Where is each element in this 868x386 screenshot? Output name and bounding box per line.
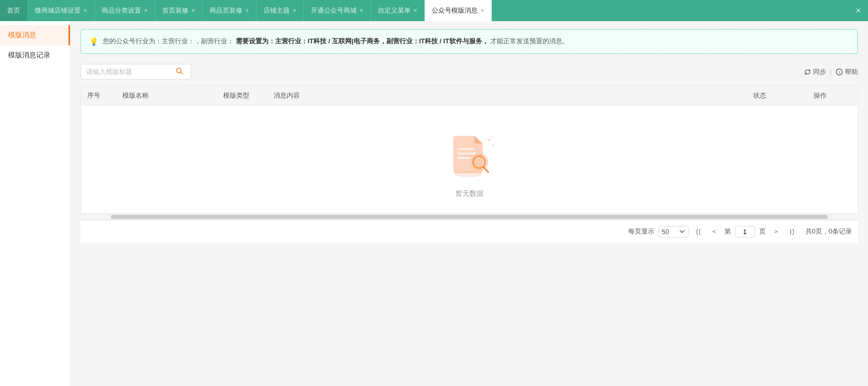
notice-prefix: 您的公众号行业为：主营行业：，副营行业： — [103, 37, 234, 45]
close-theme-icon[interactable]: × — [293, 7, 296, 14]
close-weishop-icon[interactable]: × — [84, 7, 87, 14]
main-layout: 模版消息 模版消息记录 💡 您的公众号行业为：主营行业：，副营行业： 需要设置为… — [0, 21, 868, 386]
nav-tab-weishop-label: 微商城店铺设置 — [35, 6, 81, 15]
sync-button[interactable]: 同步 — [804, 67, 826, 76]
close-homepage-icon[interactable]: × — [191, 7, 195, 14]
search-button[interactable] — [172, 64, 187, 79]
help-button[interactable]: ? 帮助 — [836, 67, 858, 76]
svg-line-1 — [181, 72, 183, 74]
prev-page-button[interactable]: ＜ — [708, 225, 720, 238]
close-product-icon[interactable]: × — [245, 7, 249, 14]
sync-label: 同步 — [813, 67, 826, 76]
per-page-label: 每页显示 — [628, 227, 654, 236]
svg-point-13 — [491, 136, 492, 138]
top-nav: 首页 微商城店铺设置 × 商品分类设置 × 首页装修 × 商品页装修 × 店铺主… — [0, 0, 868, 21]
sidebar-item-template-msg[interactable]: 模版消息 — [0, 25, 70, 45]
page-size-value: 50 — [662, 228, 669, 236]
col-header-index: 序号 — [81, 86, 116, 106]
nav-tab-category[interactable]: 商品分类设置 × — [95, 0, 155, 21]
table-header-row: 序号 模版名称 模版类型 消息内容 状态 操作 — [81, 86, 858, 106]
nav-tab-product-label: 商品页装修 — [210, 6, 242, 15]
next-page-button[interactable]: ＞ — [770, 225, 782, 238]
nav-tab-category-label: 商品分类设置 — [102, 6, 141, 15]
col-header-action: 操作 — [808, 86, 858, 106]
empty-text: 暂无数据 — [81, 189, 857, 198]
data-table: 序号 模版名称 模版类型 消息内容 状态 操作 — [81, 86, 858, 214]
horizontal-scrollbar[interactable] — [81, 214, 858, 220]
nav-tab-wechat-shop-label: 开通公众号商城 — [311, 6, 357, 15]
nav-tab-home[interactable]: 首页 — [0, 0, 28, 21]
nav-tab-product[interactable]: 商品页装修 × — [203, 0, 256, 21]
nav-tab-theme-label: 店铺主题 — [263, 6, 290, 15]
search-input[interactable] — [81, 65, 172, 79]
close-custom-menu-icon[interactable]: × — [414, 7, 417, 14]
svg-point-11 — [487, 139, 490, 141]
col-header-content: 消息内容 — [268, 86, 747, 106]
bulb-icon: 💡 — [89, 37, 99, 46]
first-page-button[interactable]: ⟨⟨ — [693, 226, 704, 237]
nav-tab-template-msg[interactable]: 公众号模版消息 × — [425, 0, 492, 21]
page-label-before: 第 — [724, 227, 731, 236]
close-wechat-shop-icon[interactable]: × — [360, 7, 363, 14]
notice-box: 💡 您的公众号行业为：主营行业：，副营行业： 需要设置为：主营行业：IT科技 /… — [81, 29, 858, 54]
page-number-input[interactable] — [735, 226, 755, 238]
nav-tab-homepage[interactable]: 首页装修 × — [155, 0, 203, 21]
nav-tab-custom-menu-label: 自定义菜单 — [378, 6, 411, 15]
close-template-msg-icon[interactable]: × — [481, 7, 484, 14]
notice-suffix: 才能正常发送预置的消息。 — [490, 37, 569, 45]
toolbar: 同步 | ? 帮助 — [81, 64, 858, 80]
sidebar-item-template-msg-log[interactable]: 模版消息记录 — [0, 45, 70, 65]
nav-tab-template-msg-label: 公众号模版消息 — [432, 6, 478, 15]
nav-tab-custom-menu[interactable]: 自定义菜单 × — [371, 0, 425, 21]
help-icon: ? — [836, 68, 843, 75]
content-area: 💡 您的公众号行业为：主营行业：，副营行业： 需要设置为：主营行业：IT科技 /… — [71, 21, 868, 386]
last-page-button[interactable]: ⟩⟩ — [786, 226, 797, 237]
page-size-select[interactable]: 50 — [658, 226, 689, 238]
page-summary: 共0页，0条记录 — [806, 227, 852, 236]
col-header-type: 模版类型 — [217, 86, 268, 106]
nav-tab-wechat-shop[interactable]: 开通公众号商城 × — [304, 0, 371, 21]
toolbar-divider: | — [830, 68, 832, 75]
pagination: 每页显示 50 ⟨⟨ ＜ 第 页 ＞ ⟩⟩ 共0页，0条记录 — [81, 220, 858, 243]
search-box — [81, 64, 191, 80]
svg-text:?: ? — [838, 70, 841, 74]
nav-tab-theme[interactable]: 店铺主题 × — [256, 0, 304, 21]
toolbar-right: 同步 | ? 帮助 — [804, 67, 858, 76]
close-category-icon[interactable]: × — [144, 7, 148, 14]
help-label: 帮助 — [845, 67, 858, 76]
notice-text: 您的公众号行业为：主营行业：，副营行业： 需要设置为：主营行业：IT科技 / 互… — [103, 37, 569, 46]
empty-state: 暂无数据 — [81, 106, 857, 213]
scrollbar-thumb[interactable] — [111, 215, 828, 219]
empty-row: 暂无数据 — [81, 106, 858, 214]
nav-tab-home-label: 首页 — [7, 6, 20, 15]
col-header-status: 状态 — [747, 86, 808, 106]
table-body: 暂无数据 — [81, 106, 858, 214]
close-all-tabs-button[interactable]: × — [848, 6, 868, 16]
nav-tab-weishop[interactable]: 微商城店铺设置 × — [28, 0, 95, 21]
empty-state-svg — [439, 126, 500, 181]
sync-icon — [804, 68, 811, 75]
col-header-name: 模版名称 — [116, 86, 217, 106]
empty-illustration — [439, 126, 500, 181]
sidebar-item-template-msg-label: 模版消息 — [8, 31, 36, 39]
sidebar: 模版消息 模版消息记录 — [0, 21, 71, 386]
notice-highlight: 需要设置为：主营行业：IT科技 / 互联网|电子商务，副营行业：IT科技 / I… — [236, 37, 489, 45]
chevron-down-icon — [679, 228, 685, 235]
svg-point-12 — [492, 144, 494, 146]
sidebar-item-template-msg-log-label: 模版消息记录 — [8, 51, 50, 59]
search-icon — [176, 67, 183, 74]
nav-tab-homepage-label: 首页装修 — [162, 6, 188, 15]
page-label-after: 页 — [759, 227, 766, 236]
